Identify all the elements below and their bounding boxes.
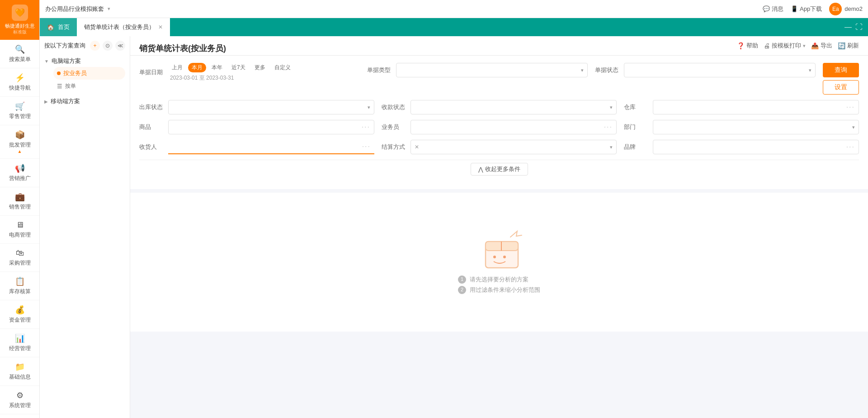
finance-icon: 💰 — [15, 305, 25, 315]
collapse-bar: ⋀ 收起更多条件 — [139, 160, 859, 178]
date-tab-last-month[interactable]: 上月 — [168, 63, 186, 72]
empty-illustration — [476, 229, 522, 265]
user-menu[interactable]: Ea demo2 — [829, 3, 863, 15]
sidebar-item-retail[interactable]: 🛒 零售管理 — [0, 97, 39, 125]
messages-btn[interactable]: 💬 消息 — [763, 5, 783, 13]
sidebar-item-inventory[interactable]: 📋 库存核算 — [0, 272, 39, 300]
mobile-schemes-section: ▶ 移动端方案 — [44, 95, 125, 107]
date-tab-custom[interactable]: 自定义 — [271, 63, 294, 72]
main-area: 办公用品行业模拟账套 ▾ 💬 消息 📱 App下载 Ea demo2 🏠 首页 … — [40, 0, 868, 418]
sidebar-item-wholesale[interactable]: 📦 批发管理 ▲ — [0, 125, 39, 159]
print-dropdown-icon: ▾ — [803, 43, 806, 49]
query-button[interactable]: 查询 — [823, 63, 859, 77]
warehouse-input[interactable]: ··· — [653, 100, 859, 114]
template-print-btn[interactable]: 🖨 按模板打印 ▾ — [764, 42, 806, 50]
wholesale-icon: 📦 — [15, 130, 25, 140]
tab-sales-stat[interactable]: 销货单统计表（按业务员） ✕ — [77, 18, 170, 36]
tree-desktop-children: 按业务员 ☰ 按单 — [44, 67, 125, 92]
topbar-dropdown[interactable]: ▾ — [108, 6, 110, 12]
sidebar-item-quick-nav[interactable]: ⚡ 快捷导航 — [0, 68, 39, 97]
field-settle: 结算方式 ✕ ▾ — [382, 140, 617, 154]
sidebar-item-operations[interactable]: 📊 经营管理 — [0, 329, 39, 357]
messages-label: 消息 — [772, 5, 783, 13]
scheme-by-salesperson[interactable]: 按业务员 — [53, 67, 125, 80]
edit-scheme-btn[interactable]: ⊙ — [103, 41, 113, 51]
field-goods: 商品 ··· — [139, 120, 374, 134]
logo-sub: 标准版 — [13, 29, 27, 35]
svg-point-3 — [493, 256, 496, 258]
add-scheme-btn[interactable]: + — [90, 41, 100, 51]
receiver-input[interactable]: ··· — [168, 140, 374, 154]
sidebar-item-corp[interactable]: 🤝 企业协同 — [0, 414, 39, 418]
refresh-btn[interactable]: 🔄 刷新 — [838, 42, 859, 50]
date-tab-more[interactable]: 更多 — [251, 63, 269, 72]
sidebar-item-search[interactable]: 🔍 搜索菜单 — [0, 40, 39, 68]
doc-status-input[interactable]: ▾ — [624, 63, 816, 77]
sidebar-item-purchase-label: 采购管理 — [9, 259, 31, 267]
wholesale-expand-icon: ▲ — [18, 149, 22, 154]
dept-arrow: ▾ — [852, 124, 855, 130]
tab-home[interactable]: 🏠 首页 — [40, 18, 77, 36]
receipt-input[interactable]: ▾ — [410, 100, 617, 114]
scheme-by-order[interactable]: ☰ 按单 — [53, 81, 125, 92]
export-btn[interactable]: 📤 导出 — [811, 42, 832, 50]
set-button[interactable]: 设置 — [823, 80, 859, 95]
app-download-label: App下载 — [800, 5, 822, 13]
sidebar-item-basic[interactable]: 📁 基础信息 — [0, 357, 39, 386]
help-label: 帮助 — [746, 42, 758, 50]
tab-expand-btn[interactable]: ⛶ — [855, 23, 863, 31]
dept-input[interactable]: ▾ — [653, 120, 859, 134]
settle-arrow: ▾ — [610, 144, 613, 150]
right-panel: 销货单统计表(按业务员) ❓ 帮助 🖨 按模板打印 ▾ 📤 导出 — [130, 36, 868, 418]
field-dept: 部门 ▾ — [624, 120, 859, 134]
collapse-panel-btn[interactable]: ≪ — [115, 41, 125, 51]
tree-mobile-parent[interactable]: ▶ 移动端方案 — [44, 95, 125, 107]
sidebar-item-ecom[interactable]: 🖥 电商管理 — [0, 216, 39, 244]
doc-type-input[interactable]: ▾ — [396, 63, 588, 77]
page-title: 销货单统计表(按业务员) — [139, 43, 226, 54]
sidebar-item-finance[interactable]: 💰 资金管理 — [0, 300, 39, 329]
tab-home-label: 首页 — [58, 23, 70, 31]
tree-desktop-parent[interactable]: ▼ 电脑端方案 — [44, 55, 125, 67]
app-download-btn[interactable]: 📱 App下载 — [791, 5, 822, 13]
goods-input[interactable]: ··· — [168, 120, 374, 134]
sidebar: 🧡 畅捷通好生意 标准版 🔍 搜索菜单 ⚡ 快捷导航 🛒 零售管理 📦 批发管理… — [0, 0, 40, 418]
username: demo2 — [844, 5, 863, 12]
stock-out-input[interactable]: ▾ — [168, 100, 374, 114]
tab-minimize-btn[interactable]: — — [844, 23, 852, 31]
brand-label: 品牌 — [624, 143, 649, 151]
doc-type-arrow: ▾ — [581, 67, 584, 73]
tree-desktop-label: 电脑端方案 — [52, 57, 81, 65]
brand-input[interactable]: ··· — [653, 140, 859, 154]
sidebar-item-wholesale-label: 批发管理 — [9, 141, 31, 149]
sidebar-item-basic-label: 基础信息 — [9, 373, 31, 381]
field-doc-type: 单据类型 ▾ — [367, 63, 588, 77]
operations-icon: 📊 — [15, 333, 25, 343]
tab-close-btn[interactable]: ✕ — [158, 24, 163, 30]
sidebar-item-sales[interactable]: 💼 销售管理 — [0, 187, 39, 216]
collapse-button[interactable]: ⋀ 收起更多条件 — [471, 163, 528, 176]
sidebar-item-quick-nav-label: 快捷导航 — [9, 84, 31, 92]
empty-state: 1 请先选择要分析的方案 2 用过滤条件来缩小分析范围 — [130, 193, 868, 332]
app-logo: 🧡 畅捷通好生意 标准版 — [0, 0, 39, 40]
date-tab-7days[interactable]: 近7天 — [228, 63, 249, 72]
settle-input[interactable]: ✕ ▾ — [410, 140, 617, 154]
sidebar-item-purchase[interactable]: 🛍 采购管理 — [0, 244, 39, 272]
field-stock-out: 出库状态 ▾ — [139, 100, 374, 114]
sidebar-item-system[interactable]: ⚙ 系统管理 — [0, 386, 39, 414]
ecom-icon: 🖥 — [16, 220, 24, 230]
help-btn[interactable]: ❓ 帮助 — [737, 42, 758, 50]
date-tab-this-year[interactable]: 本年 — [208, 63, 226, 72]
topbar-title: 办公用品行业模拟账套 — [45, 5, 104, 13]
date-tab-this-month[interactable]: 本月 — [188, 63, 206, 72]
page-actions: ❓ 帮助 🖨 按模板打印 ▾ 📤 导出 🔄 刷新 — [737, 42, 859, 55]
sidebar-item-marketing[interactable]: 📢 营销推广 — [0, 159, 39, 187]
field-doc-status: 单据状态 ▾ — [595, 63, 816, 77]
settle-clear-btn[interactable]: ✕ — [415, 144, 419, 150]
refresh-label: 刷新 — [847, 42, 859, 50]
message-icon: 💬 — [763, 5, 770, 12]
dept-label: 部门 — [624, 123, 649, 131]
collapse-up-icon: ⋀ — [478, 166, 483, 173]
salesperson-input[interactable]: ··· — [410, 120, 617, 134]
stock-out-label: 出库状态 — [139, 103, 165, 111]
